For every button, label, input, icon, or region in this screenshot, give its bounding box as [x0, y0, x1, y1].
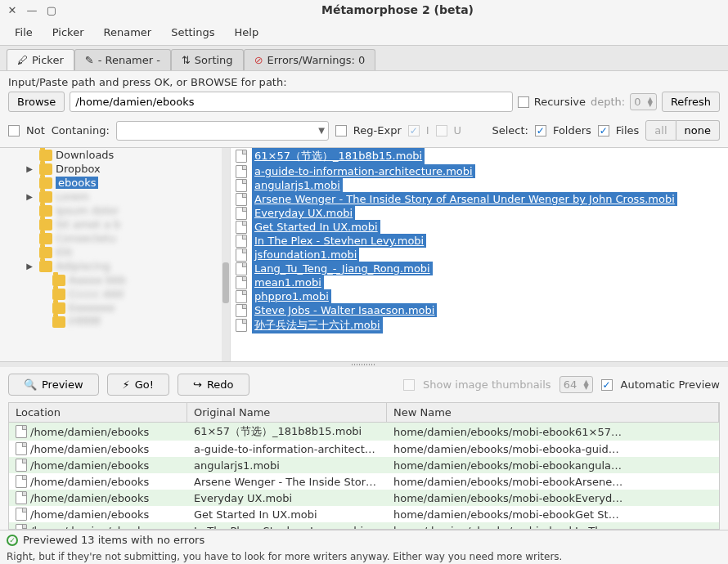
- expand-icon[interactable]: ▶: [23, 192, 36, 201]
- file-icon: [236, 276, 247, 289]
- menu-renamer[interactable]: Renamer: [96, 23, 160, 42]
- tree-item[interactable]: ▶Adipiscing: [0, 259, 230, 273]
- file-icon: [16, 524, 27, 530]
- tree-item[interactable]: Sit amet a b: [0, 217, 230, 231]
- tree-item[interactable]: Consectetu: [0, 231, 230, 245]
- file-item[interactable]: mean1.mobi: [231, 275, 728, 289]
- file-item[interactable]: 孙子兵法与三十六计.mobi: [231, 317, 728, 333]
- tab-errors[interactable]: ⊘ Errors/Warnings: 0: [244, 49, 376, 70]
- file-label: Arsene Wenger - The Inside Story of Arse…: [252, 192, 677, 206]
- file-item[interactable]: jsfoundation1.mobi: [231, 248, 728, 262]
- table-row[interactable]: /home/damien/ebooksEveryday UX.mobihome/…: [9, 490, 719, 506]
- minimize-icon[interactable]: —: [26, 4, 38, 16]
- folder-icon: [39, 163, 52, 175]
- folder-icon: [39, 261, 52, 272]
- tree-item[interactable]: Downloads: [0, 148, 230, 162]
- tab-picker[interactable]: 🖊 Picker: [7, 49, 74, 70]
- files-checkbox[interactable]: [598, 125, 609, 137]
- depth-spinner[interactable]: 0 ▲▼: [630, 93, 657, 110]
- menu-help[interactable]: Help: [227, 23, 267, 42]
- file-label: Get Started In UX.mobi: [252, 220, 380, 234]
- tree-item[interactable]: Eeeeeee: [0, 301, 230, 315]
- file-icon: [236, 248, 247, 262]
- tab-sorting[interactable]: ⇅ Sorting: [171, 49, 244, 70]
- select-all-button[interactable]: all: [645, 120, 676, 141]
- folder-tree[interactable]: Downloads▶Dropboxebooks▶LoremIpsum dolor…: [0, 148, 231, 361]
- expand-icon[interactable]: ▶: [23, 164, 36, 173]
- folder-icon: [39, 177, 52, 189]
- menu-settings[interactable]: Settings: [163, 23, 222, 42]
- i-checkbox[interactable]: [408, 125, 420, 137]
- menu-picker[interactable]: Picker: [44, 23, 92, 42]
- go-button[interactable]: ⚡Go!: [107, 374, 169, 396]
- tree-label: Aaaaa bbb: [69, 274, 126, 286]
- folder-icon: [39, 191, 52, 203]
- thumbs-label: Show image thumbnails: [423, 378, 551, 391]
- picker-icon: 🖊: [17, 54, 28, 66]
- recursive-label: Recursive: [534, 96, 586, 108]
- table-row[interactable]: /home/damien/ebooksIn The Plex - Stevhen…: [9, 522, 719, 530]
- file-item[interactable]: 61×57（节选）_181b8b15.mobi: [231, 148, 728, 164]
- auto-preview-checkbox[interactable]: [601, 379, 613, 391]
- file-list[interactable]: 61×57（节选）_181b8b15.mobia-guide-to-inform…: [231, 148, 728, 361]
- table-row[interactable]: /home/damien/ebooksa-guide-to-informatio…: [9, 441, 719, 457]
- path-input[interactable]: [70, 92, 512, 112]
- tree-label: Sit amet a b: [56, 218, 120, 231]
- window-title: Métamorphose 2 (beta): [74, 3, 721, 16]
- tree-scrollbar[interactable]: [222, 148, 230, 361]
- tree-item[interactable]: Ffffffff: [0, 315, 230, 329]
- table-row[interactable]: /home/damien/ebooksArsene Wenger - The I…: [9, 473, 719, 490]
- chevron-down-icon: ▼: [318, 126, 325, 135]
- redo-icon: ↪: [193, 378, 202, 391]
- file-item[interactable]: In The Plex - Stevhen Levy.mobi: [231, 234, 728, 248]
- tree-item[interactable]: Ipsum dolor: [0, 204, 230, 217]
- select-none-button[interactable]: none: [676, 120, 720, 141]
- tab-renamer[interactable]: ✎ - Renamer -: [74, 49, 171, 70]
- close-icon[interactable]: ✕: [7, 4, 18, 16]
- col-original[interactable]: Original Name: [187, 403, 387, 422]
- tree-item[interactable]: ▶Lorem: [0, 190, 230, 204]
- file-item[interactable]: angularjs1.mobi: [231, 178, 728, 192]
- leaked-text: Right, but if they're not submitting, yo…: [0, 549, 728, 564]
- sort-icon: ⇅: [182, 54, 191, 66]
- tree-item[interactable]: Ccccc ddd: [0, 287, 230, 301]
- preview-icon: 🔍: [24, 378, 37, 391]
- recursive-checkbox[interactable]: [518, 96, 529, 108]
- tree-item[interactable]: ▶Dropbox: [0, 162, 230, 176]
- file-item[interactable]: Everyday UX.mobi: [231, 206, 728, 220]
- file-item[interactable]: a-guide-to-information-architecture.mobi: [231, 164, 728, 178]
- file-item[interactable]: Get Started In UX.mobi: [231, 220, 728, 234]
- expand-icon[interactable]: ▶: [23, 262, 36, 271]
- maximize-icon[interactable]: ▢: [46, 4, 57, 16]
- browse-button[interactable]: Browse: [8, 92, 65, 112]
- thumbs-checkbox[interactable]: [403, 379, 415, 391]
- not-checkbox[interactable]: [8, 125, 20, 137]
- table-row[interactable]: /home/damien/ebooks61×57（节选）_181b8b15.mo…: [9, 423, 719, 441]
- auto-preview-label: Automatic Preview: [621, 378, 720, 391]
- file-item[interactable]: Arsene Wenger - The Inside Story of Arse…: [231, 192, 728, 206]
- regexpr-checkbox[interactable]: [335, 125, 347, 137]
- file-item[interactable]: Lang_Tu_Teng_-_Jiang_Rong.mobi: [231, 262, 728, 275]
- tree-label: Dropbox: [56, 163, 101, 175]
- path-prompt: Input/Paste path and press OK, or BROWSE…: [8, 76, 720, 88]
- tree-item[interactable]: Elit: [0, 245, 230, 259]
- tree-item[interactable]: ebooks: [0, 176, 230, 190]
- menu-file[interactable]: File: [7, 23, 41, 42]
- table-row[interactable]: /home/damien/ebooksangularjs1.mobihome/d…: [9, 457, 719, 473]
- preview-button[interactable]: 🔍Preview: [8, 374, 99, 396]
- refresh-button[interactable]: Refresh: [662, 92, 720, 112]
- folders-checkbox[interactable]: [535, 125, 546, 137]
- thumb-size-spinner[interactable]: 64 ▲▼: [559, 376, 593, 393]
- file-item[interactable]: Steve Jobs - Walter Isaacson.mobi: [231, 303, 728, 317]
- tree-label: Eeeeeee: [69, 302, 115, 314]
- tree-label: ebooks: [56, 177, 98, 189]
- file-item[interactable]: phppro1.mobi: [231, 289, 728, 303]
- redo-button[interactable]: ↪Redo: [178, 374, 249, 396]
- table-row[interactable]: /home/damien/ebooksGet Started In UX.mob…: [9, 506, 719, 522]
- u-checkbox[interactable]: [436, 125, 447, 137]
- tree-item[interactable]: Aaaaa bbb: [0, 273, 230, 287]
- col-newname[interactable]: New Name: [387, 403, 719, 422]
- status-text: Previewed 13 items with no errors: [23, 534, 204, 546]
- containing-combo[interactable]: ▼: [116, 121, 329, 141]
- col-location[interactable]: Location: [9, 403, 187, 422]
